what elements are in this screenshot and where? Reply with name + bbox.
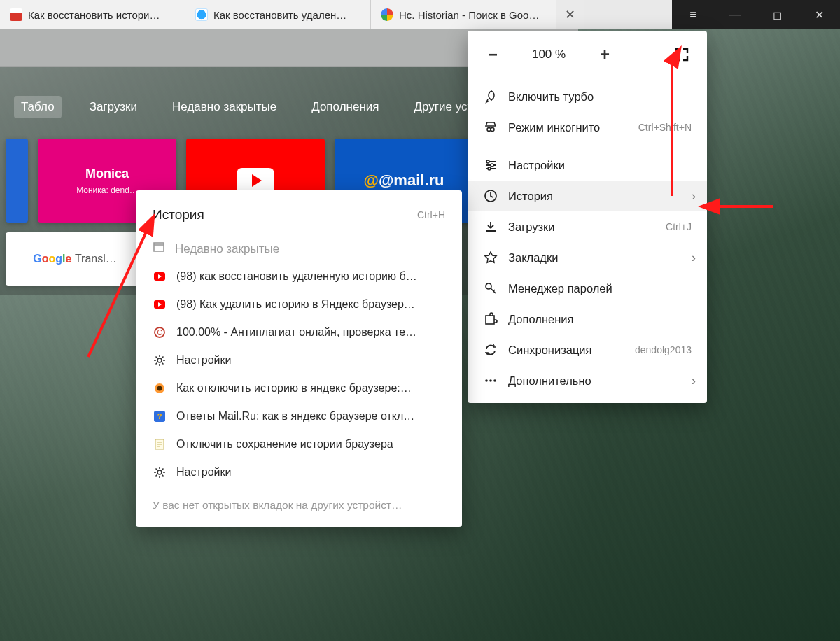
zoom-controls: − 100 % + — [468, 35, 707, 74]
hamburger-menu-button[interactable]: ≡ — [672, 0, 714, 29]
rocket-icon — [483, 89, 498, 104]
zoom-out-button[interactable]: − — [483, 45, 503, 64]
zoom-in-button[interactable]: + — [595, 45, 615, 64]
plus-icon: + — [600, 45, 610, 64]
svg-point-8 — [493, 379, 496, 382]
key-icon — [483, 281, 498, 296]
history-item[interactable]: (98) как восстановить удаленную историю … — [136, 262, 462, 290]
history-item[interactable]: Как отключить историю в яндекс браузере:… — [136, 374, 462, 402]
menu-item-passwords[interactable]: Менеджер паролей — [468, 273, 707, 304]
main-menu: − 100 % + Включить турбо Режим инкогнито… — [468, 31, 707, 403]
submenu-title: История — [153, 207, 204, 223]
svg-point-4 — [486, 283, 491, 289]
close-icon: ✕ — [815, 8, 824, 22]
menu-label: Менеджер паролей — [508, 282, 692, 295]
nav-tab-recent[interactable]: Недавно закрытые — [165, 96, 284, 118]
submenu-header[interactable]: История Ctrl+H — [136, 196, 462, 231]
menu-label: Дополнения — [508, 313, 692, 326]
menu-label: Включить турбо — [508, 90, 692, 104]
note-icon — [153, 437, 167, 451]
history-item-title: Настройки — [176, 354, 445, 367]
incognito-icon — [483, 120, 498, 135]
browser-tabs: Как восстановить истори… Как восстановит… — [0, 0, 672, 29]
youtube-icon — [153, 297, 167, 311]
history-item-title: (98) как восстановить удаленную историю … — [176, 270, 445, 283]
menu-item-settings[interactable]: Настройки — [468, 150, 707, 181]
svg-point-20 — [158, 470, 162, 474]
menu-item-history[interactable]: История › — [468, 181, 707, 211]
menu-item-turbo[interactable]: Включить турбо — [468, 81, 707, 112]
history-item-title: 100.00% - Антиплагиат онлайн, проверка т… — [176, 326, 445, 339]
section-label: Недавно закрытые — [175, 242, 279, 256]
chevron-right-icon: › — [692, 374, 696, 388]
sliders-icon — [483, 157, 498, 173]
menu-shortcut: dendolg2013 — [635, 344, 692, 355]
nav-tab-addons[interactable]: Дополнения — [304, 96, 386, 118]
browser-tab-3[interactable]: Hc. Historian - Поиск в Goo… — [371, 0, 556, 29]
window-close-button[interactable]: ✕ — [798, 0, 840, 29]
menu-label: Дополнительно — [508, 374, 692, 388]
window-icon — [153, 241, 165, 257]
menu-item-bookmarks[interactable]: Закладки › — [468, 242, 707, 273]
menu-item-more[interactable]: Дополнительно › — [468, 365, 707, 396]
nav-tab-tablo[interactable]: Табло — [14, 96, 62, 118]
window-maximize-button[interactable]: ◻ — [756, 0, 798, 29]
menu-label: Синхронизация — [508, 344, 625, 357]
svg-text:?: ? — [158, 412, 162, 421]
tile-google-translate[interactable]: Google Transl… — [6, 232, 144, 286]
svg-text:C: C — [157, 329, 162, 337]
menu-label: Загрузки — [508, 220, 656, 234]
tab-title: Hc. Historian - Поиск в Goo… — [399, 9, 539, 21]
titlebar: Как восстановить истори… Как восстановит… — [0, 0, 840, 29]
tile-subtitle: Моника: dend… — [76, 185, 138, 195]
browser-tab-1[interactable]: Как восстановить истори… — [0, 0, 186, 29]
nav-tab-downloads[interactable]: Загрузки — [83, 96, 144, 118]
history-item[interactable]: Настройки — [136, 346, 462, 374]
svg-point-1 — [491, 164, 493, 167]
sync-icon — [483, 342, 498, 358]
window-controls: ≡ — ◻ ✕ — [672, 0, 840, 29]
tile-partial[interactable] — [6, 139, 28, 223]
menu-shortcut: Ctrl+J — [666, 221, 692, 232]
favicon — [195, 8, 208, 21]
menu-item-sync[interactable]: Синхронизация dendolg2013 — [468, 334, 707, 365]
close-icon: ✕ — [565, 7, 575, 22]
history-item[interactable]: ?Ответы Mail.Ru: как в яндекс браузере о… — [136, 402, 462, 430]
menu-item-incognito[interactable]: Режим инкогнито Ctrl+Shift+N — [468, 112, 707, 143]
fullscreen-icon — [675, 48, 689, 62]
tile-title: Google Transl… — [33, 253, 116, 265]
history-item[interactable]: C100.00% - Антиплагиат онлайн, проверка … — [136, 318, 462, 346]
history-item-title: Отключить сохранение истории браузера — [176, 438, 445, 451]
submenu-footer: У вас нет открытых вкладок на других уст… — [136, 486, 462, 517]
svg-rect-9 — [154, 243, 164, 251]
menu-label: Настройки — [508, 159, 692, 172]
menu-item-downloads[interactable]: Загрузки Ctrl+J — [468, 211, 707, 242]
menu-item-addons[interactable]: Дополнения — [468, 304, 707, 334]
svg-point-14 — [158, 358, 162, 362]
svg-point-0 — [486, 160, 489, 163]
clock-icon — [483, 188, 498, 204]
browser-tab-2[interactable]: Как восстановить удален… — [186, 0, 371, 29]
history-item[interactable]: (98) Как удалить историю в Яндекс браузе… — [136, 290, 462, 318]
history-submenu: История Ctrl+H Недавно закрытые (98) как… — [136, 190, 462, 527]
tile-title: @@mail.ru — [363, 171, 444, 190]
star-icon — [483, 250, 498, 265]
puzzle-icon — [483, 311, 498, 327]
download-icon — [483, 219, 498, 234]
dots-icon — [483, 373, 498, 388]
mailru-icon: ? — [153, 409, 167, 423]
copyright-icon: C — [153, 325, 167, 339]
history-item[interactable]: Настройки — [136, 458, 462, 486]
recently-closed-header: Недавно закрытые — [136, 231, 462, 262]
menu-shortcut: Ctrl+Shift+N — [638, 122, 692, 133]
submenu-shortcut: Ctrl+H — [417, 209, 445, 220]
fullscreen-button[interactable] — [672, 45, 692, 64]
youtube-icon — [153, 269, 167, 283]
tab-close-button[interactable]: ✕ — [556, 0, 584, 29]
tab-title: Как восстановить истори… — [28, 9, 160, 21]
minimize-icon: — — [729, 8, 741, 21]
window-minimize-button[interactable]: — — [714, 0, 756, 29]
history-item[interactable]: Отключить сохранение истории браузера — [136, 430, 462, 458]
history-item-title: (98) Как удалить историю в Яндекс браузе… — [176, 298, 445, 311]
menu-icon: ≡ — [690, 8, 696, 21]
